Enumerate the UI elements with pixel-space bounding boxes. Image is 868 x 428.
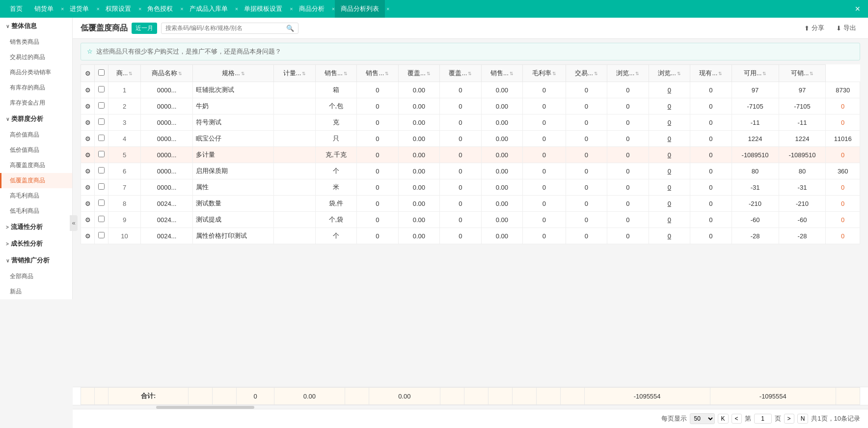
row-browse1-5[interactable]: 0 xyxy=(649,163,690,179)
sidebar-section-liquidity[interactable]: > 流通性分析 xyxy=(0,219,72,235)
nav-role[interactable]: 角色授权 xyxy=(141,0,179,18)
row-settings-6[interactable]: ⚙ xyxy=(81,179,95,196)
sidebar-item-category-rate[interactable]: 商品分类动销率 xyxy=(0,65,72,80)
search-input[interactable] xyxy=(165,25,286,31)
row-browse1-0[interactable]: 0 xyxy=(649,82,690,98)
page-number-input[interactable] xyxy=(754,414,772,424)
sidebar-item-stock-funds[interactable]: 库存资金占用 xyxy=(0,95,72,111)
sidebar-item-all-goods[interactable]: 全部商品 xyxy=(0,269,72,284)
row-checkbox-4[interactable] xyxy=(95,147,108,163)
col-sales-extra[interactable]: 销售...⇅ xyxy=(481,65,522,82)
row-name-1[interactable]: 牛奶 xyxy=(193,98,274,114)
select-all-checkbox[interactable] xyxy=(98,69,105,76)
nav-close-permission[interactable]: × xyxy=(138,6,141,12)
col-sales-qty[interactable]: 销售...⇅ xyxy=(315,65,356,82)
sidebar-item-sales-goods[interactable]: 销售类商品 xyxy=(0,34,72,50)
row-settings-2[interactable]: ⚙ xyxy=(81,114,95,131)
prev-page-button[interactable]: < xyxy=(732,414,742,424)
col-spec[interactable]: 规格...⇅ xyxy=(193,65,274,82)
nav-close-goods-analysis[interactable]: × xyxy=(332,6,335,12)
nav-goods-analysis-list[interactable]: 商品分析列表 xyxy=(335,0,385,18)
sidebar-item-low-value[interactable]: 低价值商品 xyxy=(0,143,72,158)
row-checkbox-2[interactable] xyxy=(95,114,108,131)
row-checkbox-6[interactable] xyxy=(95,179,108,196)
nav-close-role[interactable]: × xyxy=(180,6,183,12)
sidebar-item-traded-goods[interactable]: 交易过的商品 xyxy=(0,50,72,65)
row-name-4[interactable]: 多计量 xyxy=(193,147,274,163)
row-checkbox-5[interactable] xyxy=(95,163,108,179)
nav-close-template[interactable]: × xyxy=(290,6,293,12)
row-settings-0[interactable]: ⚙ xyxy=(81,82,95,98)
sidebar-item-high-value[interactable]: 高价值商品 xyxy=(0,127,72,143)
next-page-button[interactable]: > xyxy=(784,414,794,424)
nav-close-product-entry[interactable]: × xyxy=(235,6,238,12)
horizontal-scrollbar[interactable] xyxy=(73,405,868,409)
row-name-0[interactable]: 旺辅批次测试 xyxy=(193,82,274,98)
last-page-button[interactable]: N xyxy=(797,414,809,424)
row-name-7[interactable]: 测试数量 xyxy=(193,196,274,212)
row-browse1-4[interactable]: 0 xyxy=(649,147,690,163)
row-name-9[interactable]: 属性价格打印测试 xyxy=(193,228,274,244)
row-settings-4[interactable]: ⚙ xyxy=(81,147,95,163)
row-browse1-8[interactable]: 0 xyxy=(649,212,690,228)
col-sales-amt[interactable]: 销售...⇅ xyxy=(357,65,398,82)
nav-sales[interactable]: 销货单 xyxy=(28,0,59,18)
row-checkbox-1[interactable] xyxy=(95,98,108,114)
col-checkbox[interactable] xyxy=(95,65,108,82)
col-name[interactable]: 商品名称⇅ xyxy=(141,65,193,82)
row-settings-5[interactable]: ⚙ xyxy=(81,163,95,179)
nav-permission[interactable]: 权限设置 xyxy=(100,0,137,18)
time-filter-button[interactable]: 近一月 xyxy=(132,23,157,34)
col-cover1[interactable]: 覆盖...⇅ xyxy=(398,65,439,82)
per-page-select[interactable]: 50 20 100 xyxy=(690,413,715,424)
row-settings-9[interactable]: ⚙ xyxy=(81,228,95,244)
window-close-button[interactable]: × xyxy=(851,4,864,14)
row-browse1-6[interactable]: 0 xyxy=(649,179,690,196)
col-browse2[interactable]: 浏览...⇅ xyxy=(649,65,690,82)
col-cover2[interactable]: 覆盖...⇅ xyxy=(440,65,481,82)
sidebar-collapse-button[interactable]: « xyxy=(70,215,78,231)
sidebar-item-low-margin[interactable]: 低毛利商品 xyxy=(0,203,72,219)
col-code[interactable]: 商...⇅ xyxy=(108,65,141,82)
sidebar-section-marketing[interactable]: ∨ 营销推广分析 xyxy=(0,252,72,269)
row-name-3[interactable]: 眠宝公仔 xyxy=(193,131,274,147)
row-checkbox-8[interactable] xyxy=(95,212,108,228)
nav-purchase[interactable]: 进货单 xyxy=(64,0,95,18)
row-browse1-1[interactable]: 0 xyxy=(649,98,690,114)
row-browse1-2[interactable]: 0 xyxy=(649,114,690,131)
table-container[interactable]: ⚙ 商...⇅ 商品名称⇅ 规格...⇅ 计量...⇅ 销售...⇅ 销售...… xyxy=(73,64,868,387)
row-checkbox-9[interactable] xyxy=(95,228,108,244)
row-name-2[interactable]: 符号测试 xyxy=(193,114,274,131)
col-sellable[interactable]: 可销...⇅ xyxy=(779,65,826,82)
row-browse1-3[interactable]: 0 xyxy=(649,131,690,147)
export-button[interactable]: ⬇ 导出 xyxy=(832,22,860,34)
sidebar-section-growth[interactable]: > 成长性分析 xyxy=(0,235,72,252)
row-checkbox-0[interactable] xyxy=(95,82,108,98)
col-margin[interactable]: 毛利率⇅ xyxy=(523,65,566,82)
col-available[interactable]: 可用...⇅ xyxy=(732,65,779,82)
nav-product-entry[interactable]: 产成品入库单 xyxy=(184,0,234,18)
col-settings[interactable]: ⚙ xyxy=(81,65,95,82)
row-checkbox-7[interactable] xyxy=(95,196,108,212)
first-page-button[interactable]: K xyxy=(718,414,729,424)
sidebar-item-new-goods[interactable]: 新品 xyxy=(0,284,72,299)
row-name-6[interactable]: 属性 xyxy=(193,179,274,196)
col-unit[interactable]: 计量...⇅ xyxy=(274,65,315,82)
sidebar-section-group[interactable]: ∨ 类群度分析 xyxy=(0,111,72,127)
sidebar-item-high-coverage[interactable]: 高覆盖度商品 xyxy=(0,158,72,173)
share-button[interactable]: ⬆ 分享 xyxy=(800,22,828,34)
nav-home[interactable]: 首页 xyxy=(4,0,28,18)
row-settings-8[interactable]: ⚙ xyxy=(81,212,95,228)
row-name-5[interactable]: 启用保质期 xyxy=(193,163,274,179)
row-settings-1[interactable]: ⚙ xyxy=(81,98,95,114)
nav-close-purchase[interactable]: × xyxy=(96,6,99,12)
sidebar-item-high-margin[interactable]: 高毛利商品 xyxy=(0,188,72,203)
sidebar-item-low-coverage[interactable]: 低覆盖度商品 xyxy=(0,173,72,188)
sidebar-section-overall[interactable]: ∨ 整体信息 xyxy=(0,18,72,34)
col-trade[interactable]: 交易...⇅ xyxy=(566,65,607,82)
sidebar-item-stock-goods[interactable]: 有库存的商品 xyxy=(0,80,72,95)
row-name-8[interactable]: 测试提成 xyxy=(193,212,274,228)
col-browse1[interactable]: 浏览...⇅ xyxy=(607,65,649,82)
nav-close-goods-analysis-list[interactable]: × xyxy=(386,6,389,12)
search-icon[interactable]: 🔍 xyxy=(286,25,294,32)
